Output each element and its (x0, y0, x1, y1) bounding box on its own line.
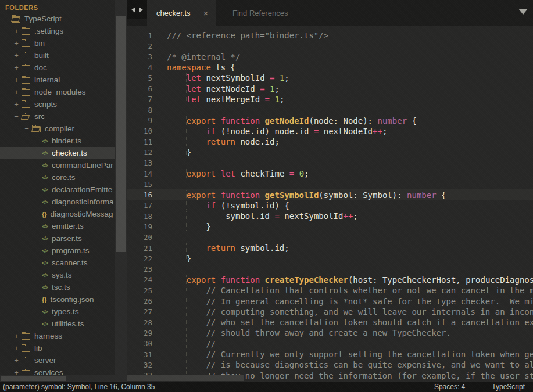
code-line-12[interactable]: 12 } (127, 147, 533, 157)
code-editor[interactable]: 1/// <reference path="binder.ts"/>23/* @… (127, 26, 533, 382)
expand-icon[interactable]: + (13, 39, 20, 48)
code-line-25[interactable]: 25 // Cancellation that controls whether… (127, 285, 533, 296)
sidebar-item-server[interactable]: +server (0, 354, 115, 366)
expand-icon[interactable]: + (13, 88, 20, 96)
sidebar-item-compiler[interactable]: −compiler (0, 123, 115, 135)
sidebar-item-src[interactable]: −src (0, 110, 115, 123)
expand-icon[interactable]: + (13, 51, 20, 60)
ts-file-icon: </> (42, 285, 48, 290)
sidebar-item-tsconfig-json[interactable]: {}tsconfig.json (0, 293, 115, 305)
code-line-22[interactable]: 22 } (127, 253, 533, 264)
sidebar-item-checker-ts[interactable]: </>checker.ts (0, 147, 115, 159)
tab-nav-forward-icon[interactable] (139, 7, 143, 13)
sidebar-vertical-scrollbar[interactable] (115, 0, 127, 382)
tab-overflow-dropdown-icon[interactable] (518, 9, 528, 15)
expand-icon[interactable]: + (13, 27, 20, 35)
sidebar-vertical-scrollbar-thumb[interactable] (116, 16, 126, 252)
item-label: doc (34, 63, 47, 72)
sidebar-item-node-modules[interactable]: +node_modules (0, 86, 115, 98)
item-label: diagnosticMessag (51, 210, 113, 218)
line-content: /* @internal */ (167, 52, 533, 62)
code-line-30[interactable]: 30 // (127, 339, 533, 349)
code-line-19[interactable]: 19 } (127, 221, 533, 232)
editor-horizontal-scrollbar-thumb[interactable] (127, 375, 244, 381)
code-line-32[interactable]: 32 // is because diagnostics can be quit… (127, 359, 533, 370)
sidebar-item-built[interactable]: +built (0, 49, 115, 62)
sidebar-item-bin[interactable]: +bin (0, 37, 115, 49)
code-line-18[interactable]: 18 symbol.id = nextSymbolId++; (127, 211, 533, 221)
sidebar-item-emitter-ts[interactable]: </>emitter.ts (0, 220, 115, 232)
sidebar-item-declarationemitte[interactable]: </>declarationEmitte (0, 184, 115, 196)
sidebar-item-diagnosticinforma[interactable]: </>diagnosticInforma (0, 196, 115, 208)
sidebar-item-core-ts[interactable]: </>core.ts (0, 171, 115, 184)
code-line-24[interactable]: 24 export function createTypeChecker(hos… (127, 275, 533, 285)
collapse-icon[interactable]: − (13, 112, 20, 121)
code-line-8[interactable]: 8 (127, 105, 533, 115)
code-line-16[interactable]: 16 export function getSymbolId(symbol: S… (127, 189, 533, 200)
tab-find-references[interactable]: Find References (216, 0, 303, 26)
code-line-15[interactable]: 15 (127, 179, 533, 189)
code-line-10[interactable]: 10 if (!node.id) node.id = nextNodeId++; (127, 126, 533, 136)
line-number: 21 (127, 244, 152, 253)
expand-icon[interactable]: + (13, 100, 20, 109)
code-line-31[interactable]: 31 // Currently we only support setting … (127, 349, 533, 359)
code-line-20[interactable]: 20 (127, 232, 533, 243)
code-line-7[interactable]: 7 let nextMergeId = 1; (127, 94, 533, 105)
sidebar-horizontal-scrollbar[interactable] (0, 375, 115, 382)
code-line-2[interactable]: 2 (127, 41, 533, 51)
sidebar-item-parser-ts[interactable]: </>parser.ts (0, 232, 115, 244)
line-number: 25 (127, 286, 152, 295)
sidebar-item-harness[interactable]: +harness (0, 330, 115, 342)
status-indent-setting[interactable]: Spaces: 4 (434, 383, 465, 391)
sidebar-item-utilities-ts[interactable]: </>utilities.ts (0, 318, 115, 330)
sidebar-item-scanner-ts[interactable]: </>scanner.ts (0, 257, 115, 269)
code-line-4[interactable]: 4namespace ts { (127, 62, 533, 73)
folder-icon (22, 89, 30, 96)
sidebar-item-internal[interactable]: +internal (0, 74, 115, 86)
close-icon[interactable]: × (203, 9, 209, 17)
sidebar-item-lib[interactable]: +lib (0, 342, 115, 354)
sidebar-item-program-ts[interactable]: </>program.ts (0, 244, 115, 257)
indent-guide (186, 360, 187, 369)
sidebar-item-types-ts[interactable]: </>types.ts (0, 305, 115, 318)
expand-icon[interactable]: + (13, 356, 20, 365)
code-line-17[interactable]: 17 if (!symbol.id) { (127, 200, 533, 211)
sidebar-item-doc[interactable]: +doc (0, 62, 115, 74)
code-line-3[interactable]: 3/* @internal */ (127, 52, 533, 62)
sidebar-item-typescript[interactable]: −TypeScript (0, 13, 115, 25)
code-line-27[interactable]: 27 // computing something, and we will l… (127, 307, 533, 317)
expand-icon[interactable]: + (13, 63, 20, 72)
sidebar-item-commandlinepar[interactable]: </>commandLinePar (0, 159, 115, 171)
sidebar-item-binder-ts[interactable]: </>binder.ts (0, 135, 115, 147)
code-line-9[interactable]: 9 export function getNodeId(node: Node):… (127, 115, 533, 125)
code-line-23[interactable]: 23 (127, 264, 533, 275)
sidebar-item-settings[interactable]: +.settings (0, 25, 115, 37)
code-line-29[interactable]: 29 // should throw away and create a new… (127, 328, 533, 338)
code-line-6[interactable]: 6 let nextNodeId = 1; (127, 83, 533, 93)
code-line-26[interactable]: 26 // In general cancelling is *not* saf… (127, 296, 533, 306)
code-line-28[interactable]: 28 // who set the cancellation token sho… (127, 317, 533, 328)
expand-icon[interactable]: + (13, 75, 20, 84)
tab-nav-back-icon[interactable] (131, 7, 135, 13)
code-line-13[interactable]: 13 (127, 158, 533, 168)
expand-icon[interactable]: + (13, 344, 20, 353)
sidebar-item-tsc-ts[interactable]: </>tsc.ts (0, 281, 115, 293)
tab-checker-ts[interactable]: checker.ts× (147, 0, 216, 26)
code-line-14[interactable]: 14 export let checkTime = 0; (127, 168, 533, 179)
indent-guide (186, 84, 187, 93)
expand-icon[interactable]: + (13, 332, 20, 340)
sidebar-horizontal-scrollbar-thumb[interactable] (1, 376, 66, 381)
collapse-icon[interactable]: − (3, 15, 10, 23)
line-number: 13 (127, 159, 152, 167)
sidebar-item-diagnosticmessag[interactable]: {}diagnosticMessag (0, 208, 115, 220)
code-line-1[interactable]: 1/// <reference path="binder.ts"/> (127, 30, 533, 41)
status-syntax-name[interactable]: TypeScript (492, 383, 525, 391)
code-line-11[interactable]: 11 return node.id; (127, 136, 533, 147)
folder-tree: −TypeScript+.settings+bin+built+doc+inte… (0, 13, 115, 379)
collapse-icon[interactable]: − (23, 124, 30, 133)
code-line-5[interactable]: 5 let nextSymbolId = 1; (127, 73, 533, 83)
item-label: scanner.ts (52, 258, 88, 267)
sidebar-item-scripts[interactable]: +scripts (0, 98, 115, 110)
code-line-21[interactable]: 21 return symbol.id; (127, 243, 533, 253)
sidebar-item-sys-ts[interactable]: </>sys.ts (0, 269, 115, 281)
